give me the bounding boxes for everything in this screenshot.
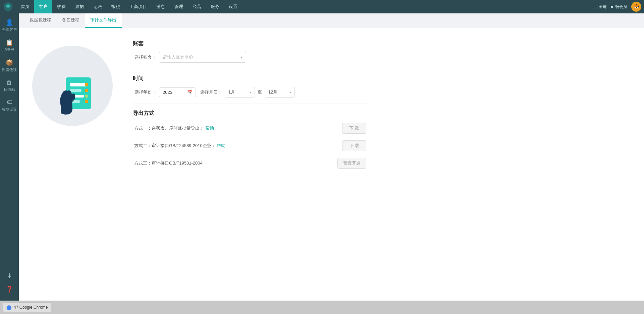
export-method-1-row: 方式一：余额表、序时账批量导出： 帮助 下 载 bbox=[133, 123, 368, 134]
sidebar-bottom: ⬇ ❓ bbox=[1, 270, 18, 301]
select-month-label: 选择月份： bbox=[199, 89, 222, 95]
nav-home[interactable]: 首页 bbox=[16, 0, 34, 13]
fullscreen-button[interactable]: ⛶ 全屏 bbox=[593, 4, 607, 10]
left-sidebar: 👤 全部客户 📋 0申报 📦 账套迁移 🗑 回收站 🏷 标签设置 ⬇ ❓ bbox=[0, 13, 19, 301]
method1-text: 方式一：余额表、序时账批量导出： bbox=[134, 126, 204, 131]
select-account-label: 选择账套： bbox=[133, 54, 156, 60]
month-start-value: 1月 bbox=[228, 89, 235, 95]
sidebar-item-recycle[interactable]: 🗑 回收站 bbox=[1, 76, 18, 95]
nav-bookkeeping[interactable]: 记账 bbox=[89, 0, 107, 13]
recycle-icon: 🗑 bbox=[6, 79, 12, 86]
tab-audit-export[interactable]: 审计文件导出 bbox=[85, 13, 122, 28]
illustration-circle bbox=[32, 46, 113, 126]
account-set-select[interactable]: 请输入账套名称 ▾ bbox=[159, 52, 246, 63]
export-method-3-label: 方式三：审计接口GB/T19581-2004 bbox=[134, 160, 203, 166]
svg-rect-2 bbox=[70, 83, 87, 86]
export-method-3-row: 方式三：审计接口GB/T19581-2004 暂缓开通 bbox=[133, 158, 368, 169]
illustration-svg bbox=[46, 56, 99, 116]
svg-point-6 bbox=[85, 83, 88, 86]
chrome-icon: ⬤ bbox=[6, 305, 12, 310]
nav-business[interactable]: 工商项目 bbox=[125, 0, 152, 13]
nav-fees[interactable]: 收费 bbox=[52, 0, 70, 13]
sidebar-label-recycle: 回收站 bbox=[4, 87, 15, 92]
method1-help-link[interactable]: 帮助 bbox=[205, 126, 214, 131]
nav-tax[interactable]: 报税 bbox=[107, 0, 125, 13]
nav-messages[interactable]: 消息 bbox=[152, 0, 170, 13]
fullscreen-icon: ⛶ bbox=[593, 4, 597, 9]
method3-open-button[interactable]: 暂缓开通 bbox=[337, 158, 366, 169]
sidebar-label-zero-declare: 0申报 bbox=[5, 47, 14, 52]
taskbar-chrome-label: 47 Google Chrome bbox=[14, 305, 48, 310]
method1-download-button[interactable]: 下 载 bbox=[342, 123, 366, 134]
export-method-2-label: 方式二：审计接口GB/T24589-2010企业： 帮助 bbox=[134, 143, 225, 149]
app-logo bbox=[3, 1, 13, 12]
to-label: 至 bbox=[258, 89, 262, 95]
sidebar-item-account-migration[interactable]: 📦 账套迁移 bbox=[1, 56, 18, 75]
export-method-1-label: 方式一：余额表、序时账批量导出： 帮助 bbox=[134, 125, 214, 131]
time-row: 选择年份： 2023 📅 选择月份： 1月 ▾ 至 12月 ▾ bbox=[133, 87, 368, 98]
tab-data-migration[interactable]: 数据包迁移 bbox=[24, 13, 57, 28]
account-select-placeholder: 请输入账套名称 bbox=[163, 54, 193, 60]
divider-1 bbox=[133, 69, 368, 69]
svg-point-7 bbox=[85, 89, 88, 92]
export-method-2-row: 方式二：审计接口GB/T24589-2010企业： 帮助 下 载 bbox=[133, 140, 368, 151]
year-value: 2023 bbox=[163, 90, 172, 95]
main-layout: 👤 全部客户 📋 0申报 📦 账套迁移 🗑 回收站 🏷 标签设置 ⬇ ❓ 数据包… bbox=[0, 13, 644, 301]
taskbar: ⬤ 47 Google Chrome bbox=[0, 301, 644, 314]
month-start-arrow-icon: ▾ bbox=[250, 90, 251, 94]
sidebar-label-account-migration: 账套迁移 bbox=[2, 67, 17, 72]
member-icon: ▶ bbox=[611, 4, 614, 9]
sidebar-item-all-customers[interactable]: 👤 全部客户 bbox=[1, 16, 18, 35]
tag-settings-icon: 🏷 bbox=[6, 99, 12, 106]
content-area: 数据包迁移 备份迁移 审计文件导出 bbox=[19, 13, 644, 301]
sidebar-item-zero-declare[interactable]: 📋 0申报 bbox=[1, 36, 18, 55]
svg-point-8 bbox=[85, 95, 88, 98]
nav-service[interactable]: 服务 bbox=[206, 0, 224, 13]
nav-items: 首页 客户 收费 票据 记账 报税 工商项目 消息 管理 经营 服务 设置 bbox=[16, 0, 593, 13]
fullscreen-label: 全屏 bbox=[599, 4, 607, 10]
divider-2 bbox=[133, 104, 368, 104]
sidebar-download-icon[interactable]: ⬇ bbox=[1, 270, 18, 282]
member-label: 畅会员 bbox=[615, 4, 627, 10]
export-section-title: 导出方式 bbox=[133, 110, 368, 117]
nav-operations[interactable]: 经营 bbox=[188, 0, 206, 13]
nav-settings[interactable]: 设置 bbox=[224, 0, 242, 13]
time-section-title: 时间 bbox=[133, 75, 368, 82]
month-end-select[interactable]: 12月 ▾ bbox=[265, 87, 295, 98]
tab-backup-migration[interactable]: 备份迁移 bbox=[57, 13, 85, 28]
nav-manage[interactable]: 管理 bbox=[170, 0, 188, 13]
method2-download-button[interactable]: 下 载 bbox=[342, 140, 366, 151]
method2-help-link[interactable]: 帮助 bbox=[217, 143, 225, 148]
account-migration-icon: 📦 bbox=[6, 59, 13, 66]
all-customers-icon: 👤 bbox=[6, 19, 13, 26]
taskbar-chrome-item[interactable]: ⬤ 47 Google Chrome bbox=[3, 303, 51, 312]
page-content: 账套 选择账套： 请输入账套名称 ▾ 时间 选择年份： 2023 📅 bbox=[19, 28, 644, 301]
account-set-title: 账套 bbox=[133, 40, 368, 47]
account-set-row: 选择账套： 请输入账套名称 ▾ bbox=[133, 52, 368, 63]
member-button[interactable]: ▶ 畅会员 bbox=[611, 4, 627, 10]
zero-declare-icon: 📋 bbox=[6, 39, 13, 46]
form-area: 账套 选择账套： 请输入账套名称 ▾ 时间 选择年份： 2023 📅 bbox=[133, 39, 368, 290]
nav-invoice[interactable]: 票据 bbox=[70, 0, 89, 13]
nav-right: ⛶ 全屏 ▶ 畅会员 🐯 bbox=[593, 2, 641, 12]
avatar[interactable]: 🐯 bbox=[631, 2, 641, 12]
month-end-value: 12月 bbox=[268, 89, 277, 95]
sidebar-label-tag-settings: 标签设置 bbox=[2, 107, 17, 112]
illustration-wrap bbox=[32, 39, 113, 290]
svg-rect-3 bbox=[70, 89, 82, 92]
method2-text: 方式二：审计接口GB/T24589-2010企业： bbox=[134, 143, 216, 148]
sidebar-question-icon[interactable]: ❓ bbox=[1, 283, 18, 295]
month-start-select[interactable]: 1月 ▾ bbox=[225, 87, 255, 98]
top-navigation: 首页 客户 收费 票据 记账 报税 工商项目 消息 管理 经营 服务 设置 ⛶ … bbox=[0, 0, 644, 13]
tab-bar: 数据包迁移 备份迁移 审计文件导出 bbox=[19, 13, 644, 28]
account-select-arrow-icon: ▾ bbox=[241, 56, 243, 59]
sidebar-label-all-customers: 全部客户 bbox=[2, 27, 17, 32]
month-end-arrow-icon: ▾ bbox=[289, 90, 291, 94]
svg-point-9 bbox=[85, 100, 88, 103]
select-year-label: 选择年份： bbox=[133, 89, 156, 95]
calendar-icon: 📅 bbox=[187, 90, 192, 95]
nav-customer[interactable]: 客户 bbox=[34, 0, 52, 13]
sidebar-item-tag-settings[interactable]: 🏷 标签设置 bbox=[1, 96, 18, 115]
year-input[interactable]: 2023 📅 bbox=[159, 87, 196, 97]
